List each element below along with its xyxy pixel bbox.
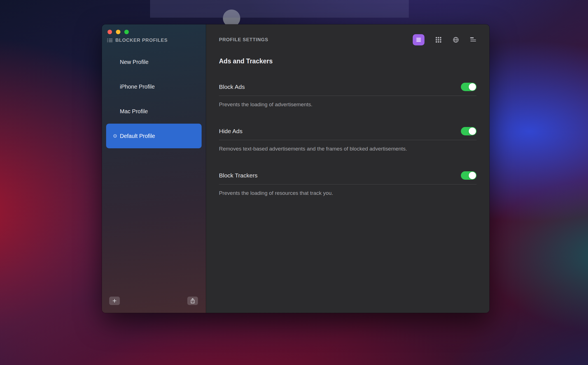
sidebar-footer (109, 297, 198, 305)
minimize-button[interactable] (116, 30, 120, 34)
setting-description: Prevents the loading of advertisements. (219, 101, 477, 108)
globe-button[interactable] (452, 36, 459, 43)
setting-block-ads: Block Ads Prevents the loading of advert… (219, 78, 477, 108)
share-icon (190, 298, 195, 304)
globe-icon (452, 40, 459, 44)
toggle-knob (469, 172, 476, 179)
section-title: Ads and Trackers (219, 57, 477, 65)
profile-list: New Profile iPhone Profile Mac Profile D… (102, 50, 206, 148)
block-ads-toggle[interactable] (461, 83, 477, 91)
sidebar: BLOCKER PROFILES New Profile iPhone Prof… (102, 24, 206, 313)
settings-list: Block Ads Prevents the loading of advert… (219, 78, 477, 196)
profile-label: New Profile (120, 59, 148, 65)
text-align-icon (470, 40, 477, 44)
sidebar-item-iphone-profile[interactable]: iPhone Profile (106, 74, 202, 99)
share-profile-button[interactable] (187, 297, 198, 305)
close-button[interactable] (108, 30, 112, 34)
plus-icon (112, 299, 117, 303)
block-trackers-toggle[interactable] (461, 171, 477, 180)
sidebar-item-mac-profile[interactable]: Mac Profile (106, 99, 202, 124)
content-title: PROFILE SETTINGS (219, 37, 268, 43)
setting-hide-ads: Hide Ads Removes text-based advertisemen… (219, 122, 477, 152)
setting-label: Block Ads (219, 84, 245, 90)
app-window: BLOCKER PROFILES New Profile iPhone Prof… (102, 24, 489, 313)
setting-row: Block Trackers (219, 167, 477, 184)
sidebar-item-default-profile[interactable]: Default Profile (106, 124, 202, 148)
sidebar-item-new-profile[interactable]: New Profile (106, 50, 202, 74)
profile-settings-panel: PROFILE SETTINGS (206, 24, 489, 313)
background-window (150, 0, 409, 18)
add-profile-button[interactable] (109, 297, 120, 305)
content-header: PROFILE SETTINGS (206, 24, 489, 46)
profile-label: Mac Profile (120, 108, 148, 115)
setting-block-trackers: Block Trackers Prevents the loading of r… (219, 167, 477, 196)
view-toolbar (413, 34, 477, 45)
list-view-button[interactable] (413, 34, 424, 45)
profile-label: Default Profile (120, 133, 155, 139)
grid-view-icon (435, 40, 442, 44)
toggle-knob (469, 83, 476, 91)
sidebar-title: BLOCKER PROFILES (115, 38, 168, 43)
setting-label: Hide Ads (219, 128, 242, 135)
grid-view-button[interactable] (435, 36, 442, 43)
active-profile-icon (113, 134, 117, 138)
profile-label: iPhone Profile (120, 84, 155, 90)
setting-description: Removes text-based advertisements and th… (219, 146, 477, 152)
setting-description: Prevents the loading of resources that t… (219, 190, 477, 196)
sidebar-header: BLOCKER PROFILES (102, 37, 206, 43)
setting-row: Block Ads (219, 78, 477, 96)
hide-ads-toggle[interactable] (461, 127, 477, 135)
setting-label: Block Trackers (219, 172, 258, 179)
zoom-button[interactable] (124, 30, 129, 34)
text-align-button[interactable] (470, 36, 477, 43)
window-controls (108, 30, 129, 34)
toggle-knob (469, 128, 476, 135)
list-bullet-icon (107, 38, 113, 43)
setting-row: Hide Ads (219, 122, 477, 140)
list-view-icon (416, 37, 421, 43)
